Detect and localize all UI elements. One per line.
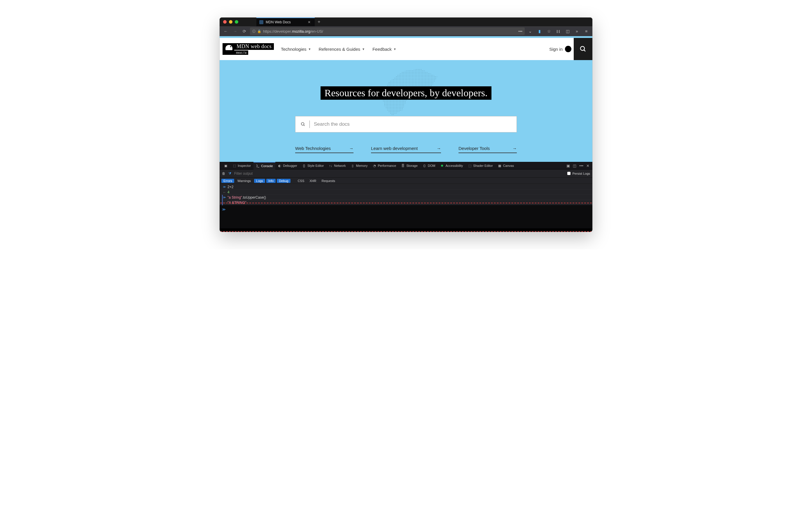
menu-icon[interactable]: ≡ (582, 27, 590, 35)
console-filterbar: 🗑 ⧩ Persist Logs (220, 170, 592, 178)
devtools-tab-network[interactable]: ↑↓Network (327, 162, 348, 170)
mdn-logo[interactable]: MDN web docs moz://a (222, 43, 274, 55)
extension-icon[interactable]: ▮ (536, 27, 543, 35)
style-icon: {} (302, 164, 306, 168)
devtools-tab-performance[interactable]: ◔Performance (370, 162, 398, 170)
clear-console-icon[interactable]: 🗑 (222, 172, 226, 176)
console-result: 4 (228, 190, 230, 194)
devtools-tab-style-editor[interactable]: {}Style Editor (300, 162, 326, 170)
devtools-tab-dom[interactable]: ⟨⟩DOM (420, 162, 438, 170)
url-more-icon[interactable]: ••• (518, 29, 522, 33)
url-protocol: https:// (263, 29, 274, 33)
console-category-bar: Errors Warnings Logs Info Debug CSS XHR … (220, 178, 592, 184)
nav-reload-button[interactable]: ⟳ (241, 27, 248, 35)
nav-label: Feedback (373, 47, 392, 52)
prompt-in-icon: ≫ (223, 185, 228, 188)
pill-requests[interactable]: Requests (320, 179, 337, 183)
hero-section: Resources for developers, by developers.… (220, 60, 592, 162)
nav-label: Technologies (281, 47, 306, 52)
devtools-tab-storage[interactable]: 🗄Storage (399, 162, 420, 170)
search-icon (301, 122, 305, 127)
github-icon[interactable] (565, 46, 571, 52)
devtools-tab-canvas[interactable]: ▦Canvas (495, 162, 516, 170)
devtools-pick-element[interactable]: ▣ (221, 162, 230, 170)
pocket-icon[interactable]: ⌄ (526, 27, 534, 35)
console-string: "a String" (228, 196, 242, 200)
hero-link-label: Learn web development (371, 146, 418, 151)
url-bar[interactable]: ⓘ 🔒 https://developer.mozilla.org/en-US/… (250, 27, 525, 35)
url-domain: mozilla.org (292, 29, 310, 33)
toolbar-right: ⌄ ▮ ☆ ⫿⫿ ◫ » ≡ (526, 27, 590, 35)
pill-warnings[interactable]: Warnings (235, 179, 253, 183)
filter-funnel-icon[interactable]: ⧩ (228, 172, 231, 176)
pill-errors[interactable]: Errors (221, 179, 234, 183)
pill-css[interactable]: CSS (296, 179, 306, 183)
console-expr: 2+2 (228, 185, 233, 189)
pill-debug[interactable]: Debug (277, 179, 290, 183)
tab-strip: MDN Web Docs ✕ + (256, 17, 323, 26)
filter-input[interactable] (234, 172, 564, 176)
lock-icon: 🔒 (257, 29, 261, 33)
new-tab-button[interactable]: + (315, 17, 323, 26)
overflow-icon[interactable]: » (573, 27, 581, 35)
window-controls (220, 20, 242, 24)
tab-close-icon[interactable]: ✕ (308, 20, 310, 24)
pill-xhr[interactable]: XHR (307, 179, 318, 183)
devtools-dock-icon[interactable]: ◫ (573, 163, 576, 168)
prompt-out-icon: ← (223, 201, 228, 204)
window-zoom-button[interactable] (235, 20, 238, 24)
devtools-tab-debugger[interactable]: ◐Debugger (276, 162, 300, 170)
site-header: MDN web docs moz://a Technologies ▼ Refe… (220, 38, 592, 60)
persist-logs-label: Persist Logs (572, 172, 590, 175)
console-multiline-editor[interactable]: ≫ (220, 205, 592, 228)
devtools-iframe-icon[interactable]: ▣ (566, 163, 570, 168)
shader-icon: ⬚ (468, 164, 472, 168)
devtools-tab-shader[interactable]: ⬚Shader Editor (465, 162, 495, 170)
prompt-in-icon: ≫ (222, 207, 226, 226)
window-minimize-button[interactable] (229, 20, 232, 24)
sidebar-icon[interactable]: ◫ (564, 27, 571, 35)
header-search-button[interactable] (574, 38, 592, 60)
accessibility-icon: ✱ (440, 164, 444, 168)
hero-link-devtools[interactable]: Developer Tools → (459, 146, 517, 153)
nav-references-guides[interactable]: References & Guides ▼ (319, 47, 365, 52)
sign-in-link[interactable]: Sign in (549, 47, 563, 52)
arrow-right-icon: → (437, 146, 441, 151)
header-right: Sign in (549, 41, 592, 57)
persist-logs-toggle[interactable]: Persist Logs (567, 172, 590, 175)
site-info-icon[interactable]: ⓘ (252, 29, 256, 33)
devtools-tabbar: ▣ ⬚Inspector ⟩_Console ◐Debugger {}Style… (220, 162, 592, 170)
console-output-row: ← "A STRING" (220, 200, 592, 205)
svg-line-3 (304, 125, 304, 126)
logo-title: MDN web docs (234, 43, 274, 50)
devtools-tab-console[interactable]: ⟩_Console (253, 162, 275, 170)
window-close-button[interactable] (223, 20, 227, 24)
console-output-row: ← 4 (220, 189, 592, 195)
nav-feedback[interactable]: Feedback ▼ (373, 47, 396, 52)
console-input-row: ≫ 2+2 (220, 184, 592, 189)
nav-forward-button[interactable]: → (231, 27, 239, 35)
devtools-close-icon[interactable]: ✕ (586, 163, 590, 168)
devtools-tab-memory[interactable]: ▯Memory (349, 162, 370, 170)
hero-link-web-tech[interactable]: Web Technologies → (295, 146, 353, 153)
devtools-more-icon[interactable]: ••• (579, 163, 583, 168)
browser-window: MDN Web Docs ✕ + ← → ⟳ ⓘ 🔒 https://devel… (220, 17, 592, 232)
main-nav: Technologies ▼ References & Guides ▼ Fee… (281, 47, 396, 52)
hero-link-learn[interactable]: Learn web development → (371, 146, 441, 153)
bookmark-star-icon[interactable]: ☆ (545, 27, 553, 35)
hero-search-input[interactable] (314, 121, 511, 127)
library-icon[interactable]: ⫿⫿ (554, 27, 562, 35)
console-icon: ⟩_ (256, 164, 260, 168)
devtools-tab-accessibility[interactable]: ✱Accessibility (438, 162, 465, 170)
inspector-icon: ⬚ (232, 164, 236, 168)
nav-back-button[interactable]: ← (222, 27, 230, 35)
dom-icon: ⟨⟩ (423, 164, 426, 168)
nav-technologies[interactable]: Technologies ▼ (281, 47, 311, 52)
devtools-tab-inspector[interactable]: ⬚Inspector (230, 162, 253, 170)
hero-search-box[interactable] (295, 116, 517, 132)
pill-info[interactable]: Info (266, 179, 276, 183)
chevron-down-icon: ▼ (362, 47, 365, 51)
perf-icon: ◔ (373, 164, 376, 168)
pill-logs[interactable]: Logs (254, 179, 265, 183)
browser-tab-active[interactable]: MDN Web Docs ✕ (256, 17, 315, 26)
